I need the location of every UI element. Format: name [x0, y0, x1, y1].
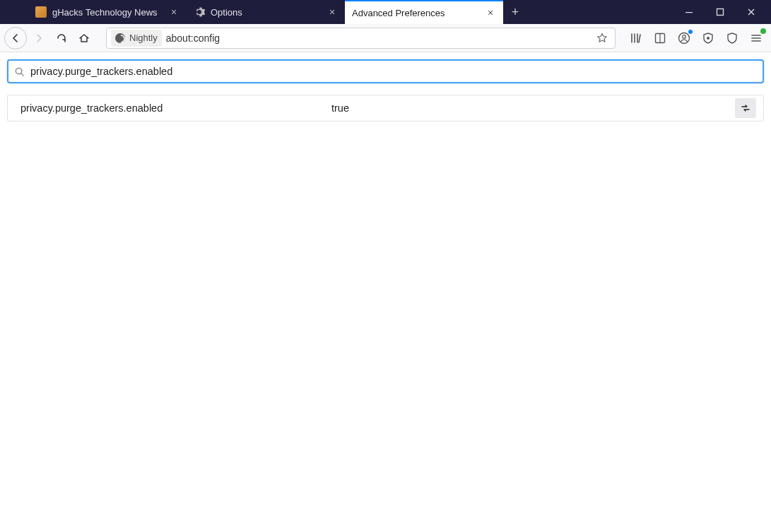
- close-tab-icon[interactable]: ×: [168, 6, 179, 18]
- shield-protection-icon[interactable]: [722, 28, 743, 49]
- close-tab-icon[interactable]: ×: [326, 6, 338, 18]
- tab-title: Advanced Preferences: [352, 8, 485, 18]
- window-minimize-icon[interactable]: [673, 0, 705, 24]
- window-close-icon[interactable]: [736, 0, 767, 24]
- navigation-toolbar: Nightly: [0, 24, 771, 52]
- tab-options[interactable]: Options ×: [187, 0, 345, 24]
- reload-button[interactable]: [51, 28, 72, 49]
- svg-rect-1: [717, 9, 724, 16]
- gear-icon: [194, 6, 205, 18]
- identity-box[interactable]: Nightly: [111, 30, 162, 47]
- tab-ghacks[interactable]: gHacks Technology News ×: [28, 0, 187, 24]
- config-search-input[interactable]: [30, 66, 757, 77]
- window-maximize-icon[interactable]: [705, 0, 736, 24]
- shield-ublock-icon[interactable]: [698, 28, 719, 49]
- reader-icon[interactable]: [649, 28, 671, 49]
- forward-button: [28, 28, 49, 49]
- tab-advanced-preferences[interactable]: Advanced Preferences ×: [345, 0, 503, 24]
- toggle-button[interactable]: [735, 98, 756, 118]
- tabbar-spacer: [0, 0, 28, 24]
- config-search-box[interactable]: [7, 59, 764, 83]
- window-controls: [673, 0, 771, 24]
- close-tab-icon[interactable]: ×: [485, 7, 496, 18]
- back-button[interactable]: [4, 27, 27, 49]
- favicon-ghacks: [35, 6, 47, 18]
- library-icon[interactable]: [625, 28, 647, 49]
- home-button[interactable]: [73, 28, 95, 49]
- svg-point-6: [707, 37, 710, 40]
- preference-list: privacy.purge_trackers.enabled true: [7, 95, 764, 122]
- preference-name: privacy.purge_trackers.enabled: [20, 102, 331, 114]
- url-bar[interactable]: Nightly: [106, 28, 616, 49]
- account-icon[interactable]: [673, 28, 695, 49]
- svg-point-5: [683, 35, 686, 38]
- tab-title: gHacks Technology News: [52, 7, 168, 18]
- tab-title: Options: [211, 7, 326, 18]
- preference-value: true: [331, 102, 735, 114]
- svg-rect-0: [685, 12, 693, 13]
- search-icon: [14, 66, 25, 77]
- bookmark-star-icon[interactable]: [594, 30, 611, 47]
- about-config-content: privacy.purge_trackers.enabled true: [0, 52, 771, 129]
- new-tab-button[interactable]: +: [503, 0, 527, 24]
- svg-line-8: [21, 73, 23, 75]
- identity-label: Nightly: [129, 32, 158, 43]
- firefox-icon: [115, 33, 125, 43]
- hamburger-menu-icon[interactable]: [746, 28, 767, 49]
- preference-row: privacy.purge_trackers.enabled true: [7, 95, 764, 122]
- url-input[interactable]: [166, 32, 589, 44]
- toolbar-right: [624, 28, 767, 49]
- tab-bar: gHacks Technology News × Options × Advan…: [0, 0, 771, 24]
